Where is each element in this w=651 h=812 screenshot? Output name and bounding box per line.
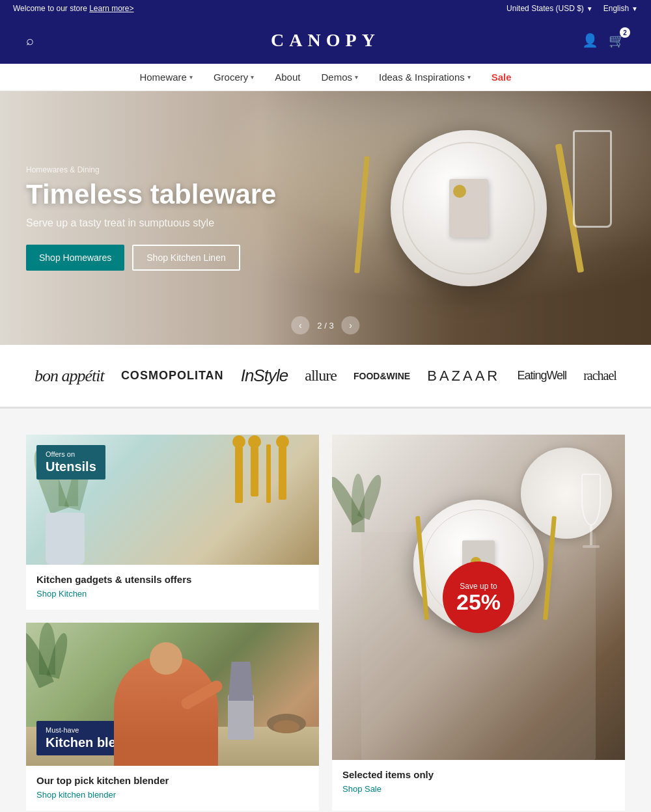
cart-icon[interactable]: 🛒 2 (609, 33, 625, 48)
card-tableware: Save up to 25% Selected items only Shop … (332, 435, 625, 811)
hero-next-button[interactable]: › (342, 316, 360, 334)
card-blender: Must-have Kitchen blender Our top pick k… (26, 623, 319, 811)
brand-allure: allure (305, 367, 337, 385)
blender-title: Our top pick kitchen blender (36, 775, 309, 786)
hero-prev-button[interactable]: ‹ (291, 316, 309, 334)
tableware-card-image: Save up to 25% (332, 435, 625, 760)
tableware-save-badge: Save up to 25% (443, 562, 514, 633)
brand-bazaar: BAZAAR (427, 368, 500, 385)
grocery-dropdown-arrow: ▾ (251, 74, 254, 81)
nav-ideas[interactable]: Ideas & Inspirations ▾ (379, 72, 471, 83)
utensils-badge-title: Offers on (46, 450, 96, 458)
nav-about[interactable]: About (275, 72, 300, 83)
hero-buttons: Shop Homewares Shop Kitchen Linen (26, 245, 276, 271)
ideas-dropdown-arrow: ▾ (467, 74, 471, 81)
hero-content: Homewares & Dining Timeless tableware Se… (26, 165, 276, 271)
blender-card-image: Must-have Kitchen blender (26, 623, 319, 766)
region-selector[interactable]: United States (USD $) ▼ (506, 4, 593, 13)
shop-homewares-button[interactable]: Shop Homewares (26, 245, 124, 271)
hero-glass-decoration (573, 130, 612, 228)
save-percentage: 25% (456, 591, 501, 613)
utensils-link[interactable]: Shop Kitchen (36, 589, 87, 599)
tableware-link[interactable]: Shop Sale (342, 784, 381, 794)
homeware-dropdown-arrow: ▾ (189, 74, 193, 81)
hero-title: Timeless tableware (26, 180, 276, 210)
card-utensils: Offers on Utensils Kitchen gadgets & ute… (26, 435, 319, 610)
top-bar-right: United States (USD $) ▼ English ▼ (506, 4, 638, 13)
hero-subtitle: Serve up a tasty treat in sumptuous styl… (26, 217, 276, 229)
blender-link[interactable]: Shop kitchen blender (36, 790, 116, 800)
brand-rachael: rachael (583, 368, 616, 383)
learn-more-link[interactable]: Learn more> (89, 4, 133, 13)
region-dropdown-arrow: ▼ (587, 5, 593, 12)
tableware-title: Selected items only (342, 769, 615, 780)
language-dropdown-arrow: ▼ (631, 5, 638, 12)
utensils-badge-product: Utensils (46, 459, 96, 474)
hero-counter: 2 / 3 (317, 321, 333, 331)
demos-dropdown-arrow: ▾ (355, 74, 358, 81)
hero-breadcrumb: Homewares & Dining (26, 165, 276, 174)
blender-info: Our top pick kitchen blender Shop kitche… (26, 766, 319, 811)
hero-plate-decoration (391, 130, 547, 286)
brand-eatingwell: EatingWell (517, 369, 566, 383)
header: ⌕ CANOPY 👤 🛒 2 (0, 17, 651, 64)
nav-homeware[interactable]: Homeware ▾ (139, 72, 193, 83)
real-product-section: Offers on Utensils Kitchen gadgets & ute… (0, 409, 651, 812)
utensils-offer-badge: Offers on Utensils (36, 445, 105, 480)
brands-bar: bon appétit COSMOPOLITAN InStyle allure … (0, 345, 651, 409)
utensils-title: Kitchen gadgets & utensils offers (36, 574, 309, 585)
brand-instyle: InStyle (241, 366, 288, 386)
hero-banner: Homewares & Dining Timeless tableware Se… (0, 91, 651, 345)
shop-kitchen-linen-button[interactable]: Shop Kitchen Linen (132, 245, 240, 271)
header-right: 👤 🛒 2 (582, 33, 625, 48)
tableware-info: Selected items only Shop Sale (332, 760, 625, 805)
language-selector[interactable]: English ▼ (603, 4, 638, 13)
search-icon[interactable]: ⌕ (26, 33, 34, 48)
header-left: ⌕ (26, 33, 34, 48)
utensils-card-image: Offers on Utensils (26, 435, 319, 565)
main-nav: Homeware ▾ Grocery ▾ About Demos ▾ Ideas… (0, 64, 651, 91)
brand-food-wine: FOOD&WINE (353, 371, 410, 381)
nav-demos[interactable]: Demos ▾ (321, 72, 358, 83)
hero-navigation: ‹ 2 / 3 › (291, 316, 359, 334)
top-bar: Welcome to our store Learn more> United … (0, 0, 651, 17)
logo[interactable]: CANOPY (271, 30, 380, 51)
brand-cosmopolitan: COSMOPOLITAN (121, 369, 224, 383)
real-product-grid: Offers on Utensils Kitchen gadgets & ute… (26, 435, 625, 811)
utensils-info: Kitchen gadgets & utensils offers Shop K… (26, 565, 319, 610)
account-icon[interactable]: 👤 (582, 33, 598, 48)
nav-sale[interactable]: Sale (492, 72, 512, 83)
cart-count: 2 (620, 27, 630, 38)
brand-bon-appetit: bon appétit (35, 366, 104, 386)
nav-grocery[interactable]: Grocery ▾ (214, 72, 254, 83)
welcome-message: Welcome to our store Learn more> (13, 4, 134, 13)
